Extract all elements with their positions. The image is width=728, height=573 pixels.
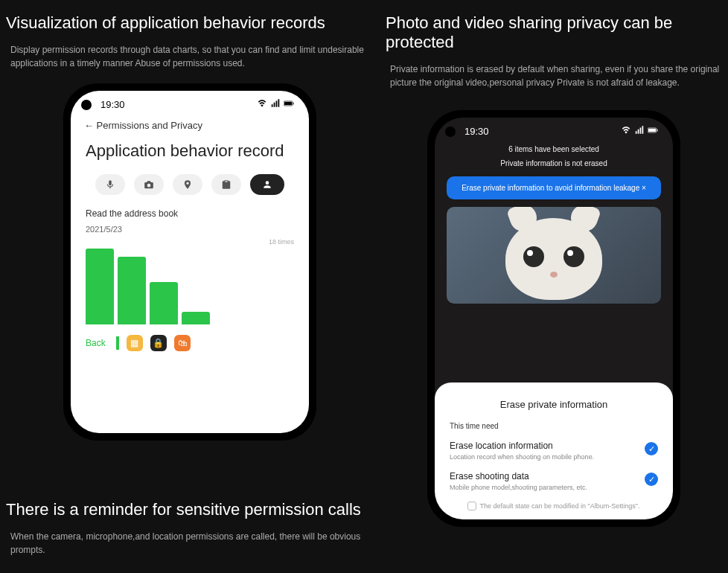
chart-section-label: Read the address book <box>71 207 309 220</box>
section-title-left: Visualization of application behavior re… <box>6 13 374 33</box>
section-desc-left: Display permission records through data … <box>6 43 374 70</box>
permission-tabs <box>71 171 309 207</box>
bar-4[interactable] <box>182 312 210 324</box>
shield-icon <box>467 502 476 510</box>
app-chip-3[interactable]: 🛍 <box>174 335 191 351</box>
phone-mock-right: 19:30 6 items have been selected Private… <box>427 110 680 527</box>
selection-count: 6 items have been selected <box>435 142 673 156</box>
sheet-title: Erase private information <box>450 399 658 410</box>
camera-hole-icon <box>81 100 92 110</box>
back-label[interactable]: Back <box>86 338 106 348</box>
status-time: 19:30 <box>464 126 489 137</box>
svg-rect-5 <box>657 129 658 132</box>
toggle-erase-shooting[interactable]: Erase shooting data Mobile phone model,s… <box>450 471 658 491</box>
page-title: Application behavior record <box>71 135 309 171</box>
tab-camera[interactable] <box>134 174 164 195</box>
toggle-label: Erase location information <box>450 441 594 451</box>
app-legend-row: Back ▦ 🔒 🛍 <box>71 332 309 354</box>
sheet-sub: This time need <box>450 422 658 430</box>
app-chip-2[interactable]: 🔒 <box>150 335 167 351</box>
battery-icon <box>284 98 294 111</box>
tab-microphone[interactable] <box>95 174 125 195</box>
signal-icon <box>270 98 281 111</box>
bar-3[interactable] <box>150 282 178 324</box>
section-desc-reminder: When the camera, microphone,and location… <box>6 530 374 557</box>
privacy-banner[interactable]: Erase private information to avoid infor… <box>447 176 661 199</box>
tab-clipboard[interactable] <box>211 174 241 195</box>
svg-rect-1 <box>284 102 292 105</box>
svg-rect-2 <box>293 103 294 105</box>
y-axis-label: 18 times <box>269 238 294 246</box>
erase-info-sheet: Erase private information This time need… <box>435 382 673 519</box>
section-reminder: There is a reminder for sensitive permis… <box>6 485 374 570</box>
phone-mock-left: 19:30 ← Permissions and Privacy Applicat… <box>63 83 316 441</box>
erase-status: Private information is not erased <box>435 156 673 170</box>
bar-1[interactable] <box>86 249 114 324</box>
toggle-label: Erase shooting data <box>450 471 587 481</box>
wifi-icon <box>621 125 631 138</box>
check-icon[interactable]: ✓ <box>645 473 658 486</box>
battery-icon <box>648 125 658 138</box>
sheet-footer: The default state can be modified in "Al… <box>450 502 658 510</box>
toggle-sublabel: Location record when shooting on mobile … <box>450 453 594 461</box>
green-marker-icon <box>116 336 119 350</box>
app-chip-1[interactable]: ▦ <box>127 335 143 351</box>
back-nav[interactable]: ← Permissions and Privacy <box>71 115 309 135</box>
cat-illustration <box>505 218 602 300</box>
toggle-erase-location[interactable]: Erase location information Location reco… <box>450 441 658 461</box>
status-time: 19:30 <box>100 99 125 110</box>
section-desc-right: Private information is erased by default… <box>386 63 722 89</box>
footer-text: The default state can be modified in "Al… <box>479 502 639 510</box>
camera-hole-icon <box>445 127 456 137</box>
toggle-sublabel: Mobile phone model,shooting parameters, … <box>450 484 587 491</box>
tab-location[interactable] <box>173 174 202 195</box>
svg-rect-4 <box>648 129 656 132</box>
wifi-icon <box>257 98 267 111</box>
status-bar: 19:30 <box>71 91 309 115</box>
section-title-right: Photo and video sharing privacy can be p… <box>386 13 722 52</box>
bar-chart: 18 times <box>71 235 309 332</box>
status-bar: 19:30 <box>435 118 673 142</box>
tab-contacts[interactable] <box>250 174 284 195</box>
check-icon[interactable]: ✓ <box>645 442 658 455</box>
signal-icon <box>634 125 645 138</box>
photo-preview[interactable] <box>447 207 661 304</box>
chart-date: 2021/5/23 <box>71 223 309 235</box>
section-title-reminder: There is a reminder for sensitive permis… <box>6 500 374 519</box>
bar-2[interactable] <box>118 257 146 324</box>
